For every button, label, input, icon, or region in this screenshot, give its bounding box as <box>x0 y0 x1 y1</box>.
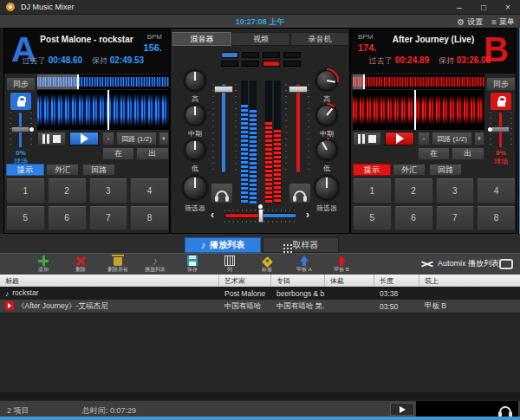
delete-button[interactable]: 删除 <box>63 255 98 274</box>
deck-a-loop-in-button[interactable]: 在 <box>102 147 134 160</box>
tab-recorder[interactable]: 录音机 <box>290 32 349 46</box>
columns-button[interactable]: 列 <box>212 255 247 274</box>
load-deck-a-button[interactable]: 甲板 A <box>287 255 322 274</box>
horizontal-scrollbar[interactable] <box>0 392 520 400</box>
preview-play-button[interactable] <box>390 403 414 416</box>
deck-b-play-button[interactable] <box>385 132 414 145</box>
deck-a-pad-1[interactable]: 1 <box>6 178 45 204</box>
deck-a-pad-3[interactable]: 3 <box>89 178 128 204</box>
table-row[interactable]: ♪rockstar Post Malone beerbongs & b... 0… <box>0 287 520 300</box>
pitch-handle[interactable] <box>11 126 29 132</box>
playlist-button[interactable]: ♪ 播放列表 <box>138 255 172 274</box>
deck-b-pad-3[interactable]: 3 <box>436 178 475 204</box>
deck-a-pitch-fader[interactable] <box>8 113 34 147</box>
deck-a-tab-fx[interactable]: 外汇 <box>46 164 79 176</box>
deck-b-loop-minus-button[interactable]: - <box>418 132 430 145</box>
menu-button[interactable]: ≡ 菜单 <box>491 16 515 28</box>
deck-b-pad-7[interactable]: 7 <box>436 206 475 231</box>
deck-b-pause-stop-button[interactable] <box>353 132 381 145</box>
filter-label: 筛选器 <box>306 204 348 213</box>
deck-b-tab-cue[interactable]: 提示 <box>353 164 391 176</box>
deck-b-volume-fader[interactable] <box>296 84 300 172</box>
tab-video[interactable]: 视频 <box>231 32 290 46</box>
deck-a-volume-cap[interactable] <box>214 86 233 93</box>
beat-light-a-2 <box>242 52 259 58</box>
deck-b-filter-knob[interactable] <box>313 174 341 202</box>
add-button[interactable]: 添加 <box>26 255 61 274</box>
delete-all-button[interactable]: 删除所有 <box>101 255 135 274</box>
deck-a-eq-mid-knob[interactable] <box>183 103 207 127</box>
deck-a-loop-plus-button[interactable]: + <box>159 132 169 145</box>
close-button[interactable]: × <box>496 0 520 14</box>
deck-a-pause-stop-button[interactable] <box>37 132 66 145</box>
deck-a-pad-4[interactable]: 4 <box>130 178 169 204</box>
deck-a-pad-6[interactable]: 6 <box>48 206 87 231</box>
deck-a-headphone-button[interactable] <box>211 183 233 204</box>
deck-b-headphone-button[interactable] <box>289 183 311 204</box>
deck-a-loop-out-button[interactable]: 出 <box>136 147 169 160</box>
deck-b-eq-mid-knob[interactable] <box>315 103 339 127</box>
deck-b-pad-4[interactable]: 4 <box>477 178 516 204</box>
deck-b-tab-fx[interactable]: 外汇 <box>393 164 426 176</box>
deck-b-pad-5[interactable]: 5 <box>353 206 392 231</box>
deck-b-pad-1[interactable]: 1 <box>353 178 392 204</box>
playlist-empty-area <box>0 313 520 392</box>
deck-b-waveform-main[interactable] <box>353 90 484 130</box>
deck-b-keylock-button[interactable] <box>491 93 511 110</box>
deck-a-volume-fader[interactable] <box>222 84 225 172</box>
deck-a-sync-button[interactable]: 同步 <box>6 77 36 91</box>
column-artist[interactable]: 艺术家 <box>219 275 271 287</box>
tag-button[interactable]: 标签 <box>250 255 284 274</box>
deck-a-pad-2[interactable]: 2 <box>48 178 87 204</box>
column-length[interactable]: 长度 <box>374 275 419 287</box>
deck-b-sync-button[interactable]: 同步 <box>486 77 516 91</box>
column-album[interactable]: 专辑 <box>271 275 325 287</box>
settings-button[interactable]: ⚙ 设置 <box>457 16 483 28</box>
deck-b-pad-2[interactable]: 2 <box>394 178 433 204</box>
deck-b-volume-cap[interactable] <box>289 86 308 93</box>
tab-sampler[interactable]: 取样器 <box>263 237 339 253</box>
minimize-button[interactable]: – <box>447 0 471 14</box>
deck-a-remaining: 02:49.53 <box>110 55 144 65</box>
deck-a-loop-minus-button[interactable]: - <box>102 132 114 145</box>
save-button[interactable]: 保存 <box>175 255 210 274</box>
deck-b-tab-loop[interactable]: 回路 <box>429 164 462 176</box>
automix-button[interactable]: Automix 播放列表 <box>421 258 499 269</box>
deck-b-loop-in-button[interactable]: 在 <box>418 147 450 160</box>
column-genre[interactable]: 体裁 <box>325 275 374 287</box>
deck-a-pad-8[interactable]: 8 <box>130 206 169 231</box>
deck-b-pad-8[interactable]: 8 <box>477 206 516 231</box>
deck-a-play-button[interactable] <box>69 132 99 145</box>
deck-a-pad-7[interactable]: 7 <box>89 206 128 231</box>
deck-b-waveform-overview[interactable] <box>353 74 484 89</box>
column-title[interactable]: 标题 <box>0 275 219 287</box>
deck-a-waveform-overview[interactable] <box>37 74 169 89</box>
deck-b-loop-button[interactable]: 回路 (1/2) <box>432 132 472 145</box>
deck-a-keylock-button[interactable] <box>10 93 31 110</box>
tab-playlist[interactable]: ♪ 播放列表 <box>185 237 261 253</box>
crossfader-right-arrow[interactable]: › <box>306 209 309 221</box>
deck-a-eq-high-knob[interactable] <box>183 68 207 93</box>
repeat-button[interactable] <box>499 259 513 269</box>
load-deck-b-button[interactable]: 甲板 B <box>324 255 359 274</box>
crossfader-handle[interactable] <box>258 209 263 223</box>
deck-b-eq-high-knob[interactable] <box>315 68 339 93</box>
deck-b-pitch-fader[interactable] <box>488 113 514 147</box>
deck-a-eq-low-knob[interactable] <box>183 138 207 162</box>
deck-a-tab-cue[interactable]: 提示 <box>6 164 44 176</box>
tab-mixer[interactable]: 混音器 <box>172 32 231 46</box>
deck-a-loop-button[interactable]: 回路 (1/2) <box>116 132 157 145</box>
pitch-handle[interactable] <box>491 126 510 132</box>
table-row[interactable]: 《After Journey》-艾福杰尼 中国有嘻哈 中国有嘻哈 第... 03… <box>0 300 520 313</box>
deck-a-pad-5[interactable]: 5 <box>6 206 45 231</box>
maximize-button[interactable]: □ <box>471 0 496 14</box>
deck-b-eq-low-knob[interactable] <box>315 138 339 162</box>
deck-b-pad-6[interactable]: 6 <box>394 206 433 231</box>
column-loaded[interactable]: 装上 <box>419 275 520 287</box>
deck-b-loop-out-button[interactable]: 出 <box>452 147 484 160</box>
deck-b-loop-plus-button[interactable]: + <box>474 132 484 145</box>
crossfader-left-arrow[interactable]: ‹ <box>211 209 214 221</box>
deck-a-tab-loop[interactable]: 回路 <box>82 164 115 176</box>
deck-a-filter-knob[interactable] <box>181 174 209 202</box>
deck-a-waveform-main[interactable] <box>37 90 169 130</box>
